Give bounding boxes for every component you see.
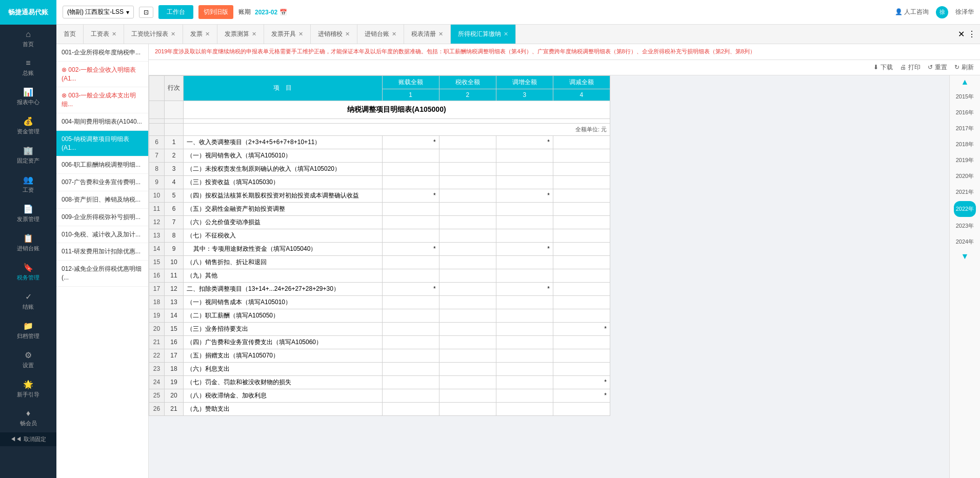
table-row: 15 10 （八）销售折扣、折让和退回 [149, 255, 610, 269]
sheet-main[interactable]: 行次 项 目 账载全额 税收全额 调增全额 调减全额 1 2 [149, 75, 949, 478]
left-panel-item-002[interactable]: ⊗ 002-一般企业收入明细表(A1... [56, 62, 148, 88]
tab-invoice[interactable]: 发票 ✕ [183, 25, 217, 44]
left-panel-item-011[interactable]: 011-研发费用加计扣除优惠... [56, 243, 148, 261]
print-button[interactable]: 🖨 打印 [900, 63, 921, 72]
table-unit-row: 全额单位: 元 [149, 123, 610, 135]
tab-payroll-report[interactable]: 工资统计报表 ✕ [124, 25, 183, 44]
notice-bar: 2019年度涉及取以前年度继续纳税的申报表单元格需要手工维护正确，才能保证本年及… [149, 44, 980, 60]
sidebar-item-tax[interactable]: 🔖 税务管理 [0, 257, 56, 287]
sidebar-item-funds[interactable]: 💰 资金管理 [0, 111, 56, 141]
tab-tax-forms[interactable]: 税表清册 ✕ [404, 25, 451, 44]
hang-cell [165, 101, 184, 118]
col-header-v2: 税收全额 [439, 75, 496, 89]
table-row: 10 5 （四）按权益法核算长期股权投资对初始投资成本调整确认收益 * * [149, 189, 610, 202]
year-2016[interactable]: 2016年 [950, 105, 980, 121]
tax-icon: 🔖 [23, 263, 33, 272]
tab-income-tax[interactable]: 所得税汇算缴纳 ✕ [451, 25, 516, 44]
left-panel-item-010[interactable]: 010-免税、减计收入及加计... [56, 226, 148, 244]
close-tab-payroll[interactable]: ✕ [112, 31, 116, 37]
tab-payroll[interactable]: 工资表 ✕ [84, 25, 124, 44]
left-panel-item-001[interactable]: 001-企业所得税年度纳税申... [56, 44, 148, 62]
refresh-button[interactable]: ↻ 刷新 [954, 63, 974, 72]
print-icon: 🖨 [900, 64, 906, 71]
left-panel-item-008[interactable]: 008-资产折旧、摊销及纳税... [56, 191, 148, 209]
table-row: 11 6 （五）交易性金融资产初始投资调整 [149, 202, 610, 215]
tab-invoice-calc[interactable]: 发票测算 ✕ [217, 25, 264, 44]
col-sub-3: 3 [496, 89, 553, 101]
sidebar-item-home[interactable]: ⌂ 首页 [0, 25, 56, 53]
sidebar-item-archive[interactable]: 📁 归档管理 [0, 316, 56, 345]
left-panel-item-012[interactable]: 012-减免企业所得税优惠明细(... [56, 261, 148, 287]
tab-invoice-issue[interactable]: 发票开具 ✕ [264, 25, 311, 44]
year-2024[interactable]: 2024年 [950, 234, 980, 250]
sidebar-item-settings[interactable]: ⚙ 设置 [0, 345, 56, 374]
close-tab-purchase-ledger[interactable]: ✕ [392, 31, 396, 37]
app-logo: 畅捷通易代账 [0, 0, 56, 25]
left-panel-item-005[interactable]: 005-纳税调整项目明细表(A1... [56, 131, 148, 157]
vip-icon: ♦ [26, 409, 30, 418]
sidebar-item-reports[interactable]: 📊 报表中心 [0, 82, 56, 111]
close-all-icon[interactable]: ✕ [958, 29, 965, 39]
year-2020[interactable]: 2020年 [950, 168, 980, 184]
table-row: 12 7 （六）公允价值变动净损益 [149, 215, 610, 229]
table-row: 19 14 （二）职工薪酬（填写A105050） [149, 309, 610, 322]
year-nav-up[interactable]: ▲ [959, 75, 971, 89]
tab-home[interactable]: 首页 [56, 25, 84, 44]
close-tab-invoice-calc[interactable]: ✕ [252, 31, 256, 37]
sidebar-item-assets[interactable]: 🏢 固定资产 [0, 141, 56, 170]
left-panel-item-006[interactable]: 006-职工薪酬纳税调整明细... [56, 156, 148, 174]
sheet-table-container[interactable]: 行次 项 目 账载全额 税收全额 调增全额 调减全额 1 2 [149, 75, 949, 478]
sidebar-item-payroll[interactable]: 👥 工资 [0, 170, 56, 199]
sidebar-item-close[interactable]: ✓ 结账 [0, 287, 56, 316]
table-row: 17 12 二、扣除类调整项目（13+14+...24+26+27+28+29+… [149, 282, 610, 295]
workdesk-button[interactable]: 工作台 [158, 5, 193, 19]
sidebar-item-invoice[interactable]: 📄 发票管理 [0, 199, 56, 228]
table-spacer-row [149, 118, 610, 123]
close-tab-income-tax[interactable]: ✕ [504, 31, 508, 37]
sidebar: 畅捷通易代账 ⌂ 首页 ≡ 总账 📊 报表中心 💰 资金管理 🏢 固定资产 👥 … [0, 0, 56, 478]
unit-cell: 全额单位: 元 [184, 123, 610, 135]
year-2022[interactable]: 2022年 [954, 201, 976, 217]
left-panel-item-009[interactable]: 009-企业所得税弥补亏损明... [56, 209, 148, 226]
table-row: 25 20 （八）税收滞纳金、加收利息 * [149, 389, 610, 402]
user-name: 徐泽华 [955, 8, 974, 16]
year-2021[interactable]: 2021年 [950, 184, 980, 200]
tab-purchase-ledger[interactable]: 进销台账 ✕ [357, 25, 404, 44]
table-row: 18 13 （一）视同销售成本（填写A105010） [149, 295, 610, 309]
purchase-sales-icon: 📋 [23, 233, 33, 243]
switch-old-button[interactable]: 切到旧版 [198, 5, 233, 19]
sidebar-item-purchase-sales[interactable]: 📋 进销台账 [0, 228, 56, 257]
table-row: 6 1 一、收入类调整项目（2+3+4+5+6+7+8+10+11） * * [149, 135, 610, 149]
sidebar-collapse-btn[interactable]: ◀◀ 取消固定 [0, 432, 56, 446]
year-2023[interactable]: 2023年 [950, 218, 980, 234]
sidebar-item-vip[interactable]: ♦ 畅会员 [0, 404, 56, 432]
close-tab-invoice[interactable]: ✕ [205, 31, 210, 37]
company-selector[interactable]: (物副) 江西股宝-LSS ▾ [63, 6, 134, 18]
year-nav-down[interactable]: ▼ [959, 250, 971, 263]
year-2017[interactable]: 2017年 [950, 121, 980, 136]
table-row: 20 15 （三）业务招待要支出 * [149, 322, 610, 335]
left-panel-item-004[interactable]: 004-期间费用明细表(A1040... [56, 113, 148, 131]
archive-icon: 📁 [23, 321, 33, 331]
collapse-arrow: ◀◀ [10, 436, 22, 442]
left-panel-item-007[interactable]: 007-广告费和业务宣传费明... [56, 174, 148, 191]
year-2019[interactable]: 2019年 [950, 152, 980, 168]
close-tab-invoice-issue[interactable]: ✕ [298, 31, 303, 37]
col-header-item: 项 目 [184, 75, 383, 101]
sidebar-item-ledger[interactable]: ≡ 总账 [0, 53, 56, 82]
download-button[interactable]: ⬇ 下载 [873, 63, 893, 72]
left-panel-item-003[interactable]: ⊗ 003-一般企业成本支出明细... [56, 87, 148, 113]
copy-btn[interactable]: ⊡ [139, 7, 153, 18]
reset-button[interactable]: ↺ 重置 [928, 63, 947, 72]
close-tab-payroll-report[interactable]: ✕ [171, 31, 175, 37]
year-2018[interactable]: 2018年 [950, 136, 980, 152]
menu-icon[interactable]: ⋮ [968, 29, 976, 39]
table-row: 13 8 （七）不征税收入 [149, 229, 610, 242]
close-tab-tax-forms[interactable]: ✕ [438, 31, 443, 37]
tab-bar-right: ✕ ⋮ [954, 25, 980, 44]
year-2015[interactable]: 2015年 [950, 89, 980, 105]
support-btn[interactable]: 👤 人工咨询 [895, 8, 929, 16]
close-tab-purchase-verify[interactable]: ✕ [345, 31, 350, 37]
tab-purchase-verify[interactable]: 进销稽校 ✕ [311, 25, 357, 44]
sidebar-item-guide[interactable]: 🌟 新手引导 [0, 374, 56, 404]
